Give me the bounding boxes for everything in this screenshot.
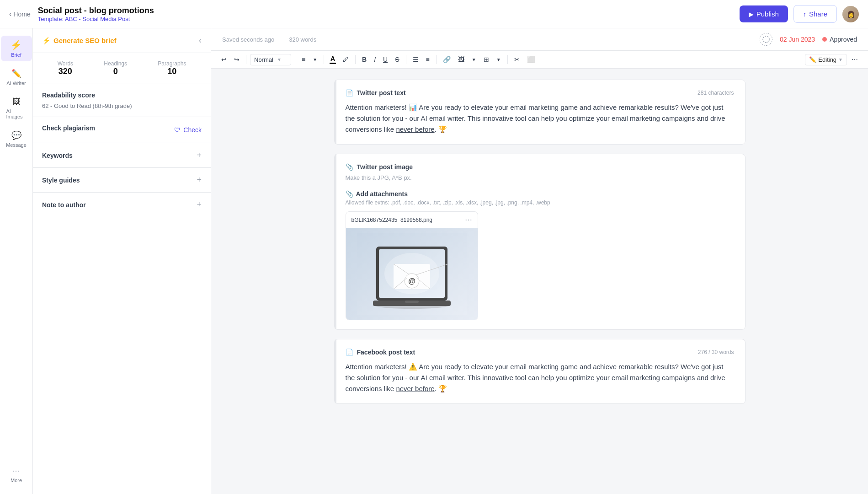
bold-button[interactable]: B <box>359 54 369 65</box>
doc-date: 02 Jun 2023 <box>780 36 815 43</box>
facebook-text-block: 📄 Facebook post text 276 / 30 words Atte… <box>334 339 746 404</box>
doc-template: Template: ABC - Social Media Post <box>38 16 154 22</box>
bullet-list-button[interactable]: ☰ <box>410 54 421 65</box>
italic-button[interactable]: I <box>371 54 378 65</box>
share-button[interactable]: ↑ Share <box>793 5 837 23</box>
readability-score: 62 - Good to Read (8th-9th grade) <box>42 102 202 109</box>
fb-doc-icon: 📄 <box>346 349 353 356</box>
lightning-icon: ⚡ <box>42 37 51 45</box>
style-guides-expand-icon: + <box>197 175 202 185</box>
text-color-button[interactable]: A <box>328 54 338 65</box>
image-chevron-button[interactable]: ▼ <box>469 55 479 64</box>
publish-button[interactable]: ▶ Publish <box>740 5 788 22</box>
style-chevron-icon: ▼ <box>277 57 282 62</box>
saved-text: Saved seconds ago <box>222 36 274 43</box>
fb-block-header: 📄 Facebook post text 276 / 30 words <box>346 349 734 356</box>
check-plagiarism-button[interactable]: 🛡 Check <box>174 126 202 134</box>
attachment-title: 📎 Add attachments <box>346 190 734 198</box>
attachment-section: 📎 Add attachments Allowed file extns: .p… <box>335 190 745 329</box>
toolbar-sep-7 <box>507 55 508 64</box>
laptop-svg: @ <box>357 233 467 315</box>
keywords-title: Keywords <box>42 152 73 159</box>
undo-button[interactable]: ↩ <box>218 54 229 65</box>
align-chevron-button[interactable]: ▼ <box>310 55 320 64</box>
stat-headings-value: 0 <box>104 67 127 76</box>
sidebar-item-ai-writer[interactable]: ✏️ AI Writer <box>1 65 32 90</box>
stat-words-label: Words <box>58 60 73 67</box>
sidebar-icons: ⚡ Brief ✏️ AI Writer 🖼 AI Images 💬 Messa… <box>0 28 33 494</box>
file-menu-button[interactable]: ⋯ <box>465 215 472 224</box>
left-panel: ⚡ Generate SEO brief ‹ Words 320 Heading… <box>33 28 211 494</box>
paperclip-icon: 📎 <box>346 163 353 171</box>
word-count: 320 words <box>289 36 316 43</box>
sidebar-item-brief[interactable]: ⚡ Brief <box>1 36 32 61</box>
block-left-bar-image <box>335 154 336 329</box>
ai-writer-icon: ✏️ <box>11 69 21 79</box>
align-button[interactable]: ≡ <box>299 54 308 65</box>
sidebar-item-ai-images[interactable]: 🖼 AI Images <box>1 93 32 123</box>
sidebar-item-more[interactable]: ··· More <box>1 462 32 487</box>
toolbar-sep-3 <box>324 55 324 64</box>
svg-rect-12 <box>405 301 419 303</box>
style-selector[interactable]: Normal ▼ <box>250 54 291 65</box>
code-button[interactable]: ⬜ <box>524 54 538 65</box>
file-card-header: bGLtK1687522435_8199568.png ⋯ <box>346 212 478 228</box>
toolbar-sep-5 <box>406 55 406 64</box>
fb-block-char-count: 276 / 30 words <box>698 349 734 355</box>
back-label: Home <box>13 11 30 18</box>
highlight-button[interactable]: 🖊 <box>340 54 351 65</box>
collapse-panel-button[interactable]: ‹ <box>199 36 202 45</box>
stat-headings: Headings 0 <box>104 60 127 76</box>
editor-area: Saved seconds ago 320 words 02 Jun 2023 … <box>211 28 868 494</box>
doc-meta-bar: Saved seconds ago 320 words 02 Jun 2023 … <box>211 28 868 51</box>
sidebar-item-message[interactable]: 💬 Message <box>1 127 32 151</box>
keywords-section[interactable]: Keywords + <box>33 143 211 168</box>
stats-row: Words 320 Headings 0 Paragraphs 10 <box>33 53 211 84</box>
image-button[interactable]: 🖼 <box>455 54 467 65</box>
publish-icon: ▶ <box>749 11 754 18</box>
note-to-author-section[interactable]: Note to author + <box>33 193 211 217</box>
user-avatar[interactable]: 👩 <box>842 6 859 22</box>
twitter-text-block: 📄 Twitter post text 281 characters Atten… <box>334 80 746 145</box>
block-title-label: Twitter post text <box>357 89 406 97</box>
overflow-button[interactable]: ⋯ <box>849 54 861 65</box>
redo-button[interactable]: ↪ <box>231 54 242 65</box>
check-plagiarism-section: Check plagiarism 🛡 Check <box>33 117 211 143</box>
fb-block-title: 📄 Facebook post text <box>346 349 415 356</box>
block-title: 📄 Twitter post text <box>346 89 406 97</box>
template-link[interactable]: ABC - Social Media Post <box>65 16 130 22</box>
editing-mode-selector[interactable]: ✏️ Editing ▼ <box>805 54 847 65</box>
block-left-bar <box>335 80 336 144</box>
table-button[interactable]: ⊞ <box>481 54 492 65</box>
back-link[interactable]: ‹ Home <box>9 10 31 18</box>
underline-button[interactable]: U <box>380 54 390 65</box>
status-badge: Approved <box>822 36 857 43</box>
check-plagiarism-title: Check plagiarism <box>42 124 95 132</box>
svg-text:@: @ <box>408 277 415 285</box>
message-icon: 💬 <box>11 130 21 140</box>
strikethrough-button[interactable]: S <box>392 54 402 65</box>
image-block-title: 📎 Twitter post image <box>346 163 413 171</box>
table-chevron-button[interactable]: ▼ <box>494 55 504 64</box>
top-nav: ‹ Home Social post - blog promotions Tem… <box>0 0 868 28</box>
style-guides-section[interactable]: Style guides + <box>33 168 211 193</box>
fb-block-content[interactable]: Attention marketers! ⚠️ Are you ready to… <box>346 361 734 394</box>
status-label: Approved <box>830 36 857 43</box>
doc-info: Social post - blog promotions Template: … <box>38 6 154 22</box>
keywords-expand-icon: + <box>197 150 202 160</box>
style-label: Normal <box>254 56 273 63</box>
main-layout: ⚡ Brief ✏️ AI Writer 🖼 AI Images 💬 Messa… <box>0 28 868 494</box>
editing-pencil-icon: ✏️ <box>809 56 816 63</box>
toolbar-sep-6 <box>436 55 437 64</box>
share-icon: ↑ <box>803 11 806 18</box>
readability-section: Readability score 62 - Good to Read (8th… <box>33 84 211 117</box>
status-dot <box>822 37 827 42</box>
block-content[interactable]: Attention marketers! 📊 Are you ready to … <box>346 102 734 135</box>
generate-seo-button[interactable]: ⚡ Generate SEO brief <box>42 37 117 45</box>
more-options-button[interactable]: ✂ <box>511 54 522 65</box>
link-button[interactable]: 🔗 <box>440 54 453 65</box>
numbered-list-button[interactable]: ≡ <box>423 54 432 65</box>
doc-avatar <box>760 33 772 46</box>
stat-words-value: 320 <box>58 67 73 76</box>
stat-paragraphs-value: 10 <box>158 67 186 76</box>
